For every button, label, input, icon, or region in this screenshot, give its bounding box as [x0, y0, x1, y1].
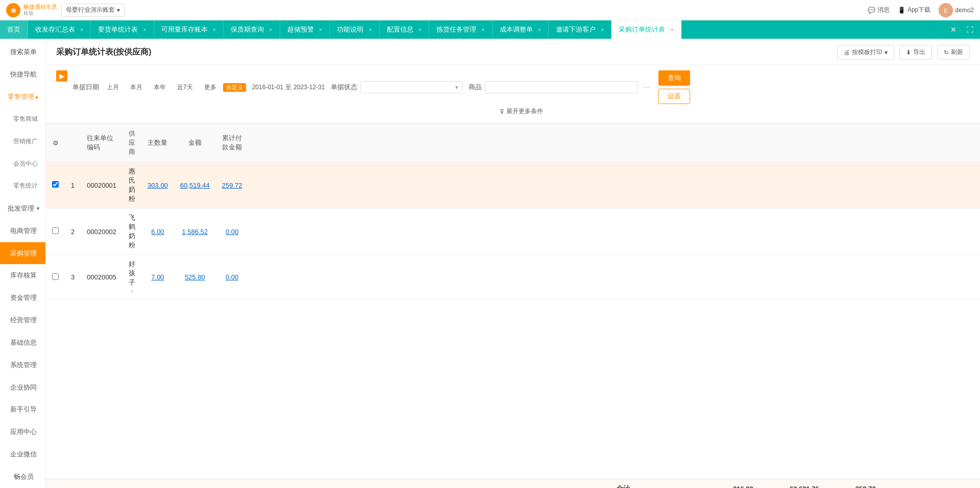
- row-paid-amount[interactable]: 0.00: [216, 255, 249, 300]
- tab-overstock-warning[interactable]: 超储预警 ×: [280, 20, 330, 39]
- date-shortcut-last-month[interactable]: 上月: [102, 82, 124, 93]
- tab-invite-downstream[interactable]: 邀请下游客户 ×: [549, 20, 611, 39]
- filter-toggle-button[interactable]: ▶: [56, 70, 67, 82]
- sidebar-item-new-guide[interactable]: 新手引导: [0, 399, 45, 421]
- sidebar-item-marketing[interactable]: 营销推广: [0, 130, 45, 152]
- row-supplier: 好孩子 ▾: [122, 255, 141, 300]
- expand-tab-icon[interactable]: ⛶: [964, 23, 976, 36]
- row-checkbox[interactable]: [46, 209, 65, 255]
- sidebar-item-retail[interactable]: 零售管理 ▲: [0, 86, 45, 108]
- custom-date-badge: 自定义: [223, 83, 246, 92]
- status-select[interactable]: [360, 81, 462, 93]
- sidebar-item-search[interactable]: 搜索菜单: [0, 41, 45, 63]
- close-icon[interactable]: ×: [319, 27, 322, 33]
- sidebar-item-inventory[interactable]: 库存核算: [0, 264, 45, 287]
- row-main-qty[interactable]: 303.00: [141, 162, 174, 209]
- sidebar-item-member[interactable]: 会员中心: [0, 152, 45, 175]
- row-checkbox[interactable]: [46, 162, 65, 209]
- query-actions: 查询 设置: [658, 70, 690, 104]
- close-icon[interactable]: ×: [481, 27, 484, 33]
- row-checkbox[interactable]: [46, 255, 65, 300]
- tab-order-summary[interactable]: 要货单统计表 ×: [91, 20, 154, 39]
- refresh-button[interactable]: ↻ 刷新: [937, 45, 970, 60]
- sidebar-item-vip[interactable]: 畅会员: [0, 466, 45, 488]
- tab-home[interactable]: 首页: [0, 20, 28, 39]
- close-tab-icon[interactable]: ✕: [947, 23, 960, 36]
- close-icon[interactable]: ×: [369, 27, 372, 33]
- date-shortcut-this-month[interactable]: 本月: [126, 82, 147, 93]
- logo-area: 畅 畅捷通好生意 标版: [6, 3, 57, 17]
- close-icon[interactable]: ×: [213, 27, 216, 33]
- table-header-row: ⚙ 往来单位编码 供应商 主数量 金额 累计付款金额: [46, 124, 980, 162]
- close-icon[interactable]: ×: [601, 27, 604, 33]
- sidebar-item-ecommerce[interactable]: 电商管理: [0, 220, 45, 242]
- close-icon[interactable]: ×: [419, 27, 422, 33]
- row-amount[interactable]: 60,519.44: [174, 162, 216, 209]
- sidebar-item-sys-mgmt[interactable]: 系统管理: [0, 354, 45, 376]
- footer-table: 合计 316.00 62,631.76 259.72: [46, 479, 980, 488]
- date-shortcuts: 上月 本月 本年 近7天 更多 自定义: [102, 82, 246, 93]
- tab-expiry-query[interactable]: 保质期查询 ×: [224, 20, 280, 39]
- message-button[interactable]: 💬 消息: [868, 6, 890, 14]
- row-empty: [248, 209, 980, 255]
- table-row[interactable]: 3 00020005 好孩子 ▾ 7.00 525.80 0.00: [46, 255, 980, 300]
- status-filter-group: 单据状态: [331, 81, 462, 93]
- sidebar-item-retail-stats[interactable]: 零售统计: [0, 175, 45, 197]
- close-icon[interactable]: ×: [80, 27, 83, 33]
- row-index: 3: [65, 255, 81, 300]
- sidebar-item-quick-nav[interactable]: 快捷导航: [0, 63, 45, 86]
- tab-receive-summary[interactable]: 收发存汇总表 ×: [28, 20, 91, 39]
- sidebar-item-retail-mall[interactable]: 零售商城: [0, 108, 45, 131]
- tab-cost-adjust[interactable]: 成本调整单 ×: [493, 20, 549, 39]
- row-index: 2: [65, 209, 81, 255]
- tab-function-desc[interactable]: 功能说明 ×: [330, 20, 379, 39]
- sidebar-item-basic-info[interactable]: 基础信息: [0, 331, 45, 354]
- tab-available-stock[interactable]: 可用量库存账本 ×: [154, 20, 224, 39]
- close-icon[interactable]: ×: [143, 27, 146, 33]
- footer-total-label: 合计: [610, 479, 713, 488]
- table-row[interactable]: 1 00020001 惠氏奶粉 303.00 60,519.44 259.72: [46, 162, 980, 209]
- row-amount[interactable]: 1,586.52: [174, 209, 216, 255]
- app-download-button[interactable]: 📱 App下载: [898, 6, 930, 14]
- message-icon: 💬: [868, 7, 875, 14]
- close-icon[interactable]: ×: [670, 27, 673, 33]
- template-print-button[interactable]: 🖨 按模板打印 ▾: [837, 45, 894, 60]
- goods-more-button[interactable]: ···: [641, 83, 652, 92]
- close-icon[interactable]: ×: [269, 27, 272, 33]
- amount-col-header: 金额: [174, 124, 216, 162]
- tab-config-info[interactable]: 配置信息 ×: [380, 20, 429, 39]
- expand-filter-button[interactable]: ⊽ 展开更多条件: [500, 107, 543, 116]
- status-select-wrapper: [360, 81, 462, 93]
- sidebar-item-app-center[interactable]: 应用中心: [0, 421, 45, 443]
- row-paid-amount[interactable]: 259.72: [216, 162, 249, 209]
- sidebar-item-capital[interactable]: 资金管理: [0, 287, 45, 309]
- date-shortcut-7days[interactable]: 近7天: [173, 82, 198, 93]
- table-row[interactable]: 2 00020002 飞鹤奶粉 6.00 1,586.52 0.00: [46, 209, 980, 255]
- user-menu[interactable]: E demo2: [939, 3, 974, 17]
- footer-label: [87, 479, 610, 488]
- date-shortcut-this-year[interactable]: 本年: [149, 82, 170, 93]
- phone-icon: 📱: [898, 7, 905, 14]
- sidebar-item-enterprise-wechat[interactable]: 企业微信: [0, 443, 45, 466]
- goods-filter-group: 商品 ···: [469, 81, 652, 93]
- code-col-header: 往来单位编码: [81, 124, 122, 162]
- row-supplier: 惠氏奶粉: [122, 162, 141, 209]
- goods-input[interactable]: [485, 81, 638, 93]
- settings-button[interactable]: 设置: [658, 89, 690, 104]
- row-main-qty[interactable]: 6.00: [141, 209, 174, 255]
- settings-icon[interactable]: ⚙: [53, 139, 59, 147]
- row-amount[interactable]: 525.80: [174, 255, 216, 300]
- tab-purchase-summary[interactable]: 采购订单统计表 ×: [611, 20, 681, 39]
- sidebar-item-wholesale[interactable]: 批发管理 ▾: [0, 197, 45, 220]
- date-shortcut-more[interactable]: 更多: [200, 82, 221, 93]
- tab-pick-task[interactable]: 拣货任务管理 ×: [429, 20, 492, 39]
- row-paid-amount[interactable]: 0.00: [216, 209, 249, 255]
- close-icon[interactable]: ×: [538, 27, 541, 33]
- export-button[interactable]: ⬇ 导出: [899, 45, 932, 60]
- sidebar-item-operation[interactable]: 经营管理: [0, 309, 45, 331]
- workspace-selector[interactable]: 母婴行业演示账套 ▾: [61, 4, 125, 17]
- row-main-qty[interactable]: 7.00: [141, 255, 174, 300]
- sidebar-item-purchase[interactable]: 采购管理: [0, 242, 45, 265]
- query-button[interactable]: 查询: [658, 70, 690, 86]
- sidebar-item-enterprise[interactable]: 企业协同: [0, 376, 45, 399]
